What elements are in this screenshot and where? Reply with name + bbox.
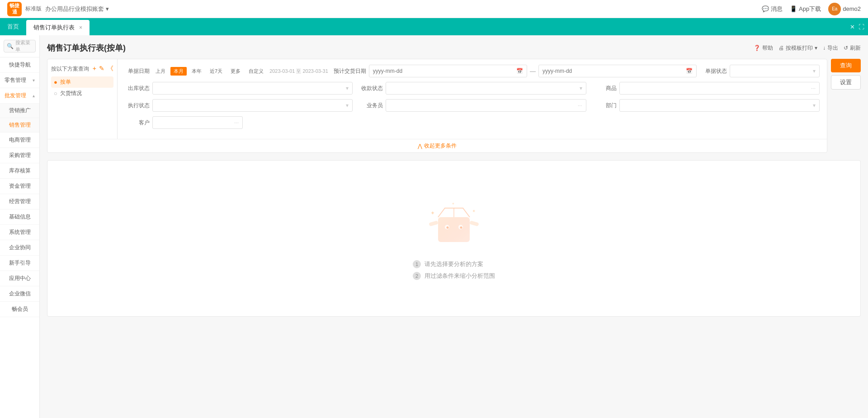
customer-select[interactable]: ··· <box>152 116 243 129</box>
scheme-item-shortage[interactable]: ○ 欠货情况 <box>51 88 113 99</box>
expected-date-end[interactable]: 📅 <box>538 65 697 77</box>
scheme-header: 按以下方案查询 + ✎ 《 <box>51 65 113 73</box>
sidebar-item-purchase[interactable]: 采购管理 <box>0 148 39 163</box>
tab-close-window-icon[interactable]: ✕ <box>850 24 855 30</box>
expected-date-start[interactable]: 📅 <box>369 65 527 77</box>
app-download-btn[interactable]: 📱 App下载 <box>790 5 821 13</box>
sidebar-item-marketing[interactable]: 营销推广 <box>0 104 39 118</box>
date-tag-last-month[interactable]: 上月 <box>152 67 169 76</box>
sidebar-item-wholesale[interactable]: 批发管理 ▴ <box>0 88 39 104</box>
app-name: 标准版 <box>25 5 42 13</box>
sidebar-item-inventory[interactable]: 库存核算 <box>0 163 39 179</box>
department-select[interactable]: ▾ <box>619 99 820 112</box>
sidebar-item-system[interactable]: 系统管理 <box>0 225 39 240</box>
sidebar-item-sales-management[interactable]: 销售管理 <box>0 118 39 133</box>
header-right: 💬 消息 📱 App下载 Ea demo2 <box>762 3 861 15</box>
page-title-bar: 销售订单执行表(按单) ❓ 帮助 🖨 按模板打印 ▾ ↓ 导出 ↺ 刷新 <box>47 43 861 53</box>
filter-execution-status: 执行状态 ▾ <box>125 99 353 112</box>
filter-fields-area: 单据日期 上月 本月 本年 近7天 更多 自定义 2023-03-01 至 20… <box>118 59 827 139</box>
svg-text:✦: ✦ <box>472 209 476 214</box>
date-range-text: 2023-03-01 至 2023-03-31 <box>269 68 328 75</box>
date-tag-last-7days[interactable]: 近7天 <box>207 67 226 76</box>
page-title: 销售订单执行表(按单) <box>47 43 126 53</box>
filter-department: 部门 ▾ <box>592 99 820 112</box>
message-btn[interactable]: 💬 消息 <box>762 5 783 13</box>
delivery-status-select[interactable]: ▾ <box>152 82 353 95</box>
sidebar-item-onboarding[interactable]: 新手引导 <box>0 256 39 271</box>
sidebar-search-box[interactable]: 🔍 搜索菜单 <box>4 40 36 52</box>
sidebar-item-retail[interactable]: 零售管理 ▾ <box>0 73 39 88</box>
chevron-down-icon: ▾ <box>815 45 817 51</box>
date-tag-more[interactable]: 更多 <box>227 67 244 76</box>
expected-date-end-input[interactable] <box>542 68 686 74</box>
search-icon: 🔍 <box>7 43 14 49</box>
sidebar-item-members[interactable]: 畅会员 <box>0 302 39 317</box>
sidebar-item-app-center[interactable]: 应用中心 <box>0 271 39 286</box>
search-action-area: 查询 设置 <box>831 59 861 90</box>
filter-delivery-status: 出库状态 ▾ <box>125 82 353 95</box>
add-scheme-btn[interactable]: + <box>93 65 96 73</box>
delivery-status-label: 出库状态 <box>125 85 150 92</box>
help-btn[interactable]: ❓ 帮助 <box>754 44 773 52</box>
date-separator: — <box>530 68 536 75</box>
sidebar-item-ecommerce[interactable]: 电商管理 <box>0 133 39 148</box>
expected-date-start-input[interactable] <box>373 68 516 74</box>
filter-row-4: 客户 ··· <box>125 116 820 129</box>
edit-scheme-btn[interactable]: ✎ <box>99 65 104 73</box>
top-header: 畅捷通 标准版 办公用品行业模拟账套 ▾ 💬 消息 📱 App下载 Ea dem… <box>0 0 868 18</box>
chevron-down-icon3: ▾ <box>580 85 582 91</box>
sidebar-item-enterprise-collab[interactable]: 企业协同 <box>0 240 39 256</box>
date-tag-this-year[interactable]: 本年 <box>189 67 205 76</box>
sidebar-item-quick-nav[interactable]: 快捷导航 <box>0 57 39 73</box>
svg-rect-0 <box>438 217 470 242</box>
svg-text:✦: ✦ <box>430 210 435 216</box>
tab-active[interactable]: 销售订单执行表 × <box>26 20 90 35</box>
empty-tips: 1 请先选择要分析的方案 2 用过滤条件来缩小分析范围 <box>413 260 495 280</box>
breadcrumb[interactable]: 办公用品行业模拟账套 ▾ <box>45 5 109 13</box>
sidebar-item-enterprise-wechat[interactable]: 企业微信 <box>0 286 39 302</box>
empty-state: ✦ ✦ ✦ 1 请先选择要分析的方案 2 用过滤条件来缩小分析范围 <box>47 160 861 317</box>
sidebar-item-finance[interactable]: 资金管理 <box>0 179 39 194</box>
chevron-down-icon4: ▾ <box>346 102 349 109</box>
scheme-actions: + ✎ 《 <box>93 65 113 73</box>
filter-status-field: 单据状态 ▾ <box>702 65 820 77</box>
page-actions: ❓ 帮助 🖨 按模板打印 ▾ ↓ 导出 ↺ 刷新 <box>754 44 861 52</box>
print-icon: 🖨 <box>778 45 784 51</box>
date-tag-this-month[interactable]: 本月 <box>170 67 187 76</box>
execution-status-label: 执行状态 <box>125 102 150 109</box>
sidebar-item-basic-info[interactable]: 基础信息 <box>0 209 39 225</box>
template-print-btn[interactable]: 🖨 按模板打印 ▾ <box>778 44 817 52</box>
date-tag-group: 上月 本月 本年 近7天 更多 自定义 <box>152 67 267 76</box>
export-btn[interactable]: ↓ 导出 <box>823 44 838 52</box>
sidebar-item-operations[interactable]: 经营管理 <box>0 194 39 209</box>
tab-close-icon[interactable]: × <box>79 24 82 31</box>
salesperson-select[interactable]: ··· <box>386 99 586 112</box>
tip-number-1: 1 <box>413 260 421 268</box>
sidebar: 🔍 搜索菜单 快捷导航 零售管理 ▾ 批发管理 ▴ 营销推广 销售管理 电商管理 <box>0 35 40 418</box>
status-select[interactable]: ▾ <box>730 65 820 77</box>
tab-bar-left: 首页 销售订单执行表 × <box>0 18 90 35</box>
filter-customer: 客户 ··· <box>125 116 243 129</box>
date-tag-custom[interactable]: 自定义 <box>245 67 267 76</box>
collection-status-select[interactable]: ▾ <box>386 82 586 95</box>
refresh-btn[interactable]: ↺ 刷新 <box>844 44 861 52</box>
empty-tip-2: 2 用过滤条件来缩小分析范围 <box>413 272 495 280</box>
tab-expand-icon[interactable]: ⛶ <box>859 24 864 30</box>
svg-text:✦: ✦ <box>452 202 455 206</box>
execution-status-select[interactable]: ▾ <box>152 99 353 112</box>
collapse-scheme-btn[interactable]: 《 <box>107 65 113 73</box>
user-avatar-btn[interactable]: Ea demo2 <box>828 3 861 15</box>
goods-select[interactable]: ··· <box>619 82 820 95</box>
settings-button[interactable]: 设置 <box>831 75 861 90</box>
chevron-down-icon2: ▾ <box>346 85 349 91</box>
status-label: 单据状态 <box>702 67 727 75</box>
svg-point-4 <box>447 227 449 229</box>
query-button[interactable]: 查询 <box>831 59 861 72</box>
collapse-bar[interactable]: ⋀ 收起更多条件 <box>47 139 827 152</box>
app-logo: 畅捷通 <box>7 2 22 16</box>
main-layout: 🔍 搜索菜单 快捷导航 零售管理 ▾ 批发管理 ▴ 营销推广 销售管理 电商管理 <box>0 35 868 418</box>
scheme-item-by-order[interactable]: ● 按单 <box>51 76 113 88</box>
sidebar-search-area: 🔍 搜索菜单 <box>0 35 39 57</box>
header-left: 畅捷通 标准版 办公用品行业模拟账套 ▾ <box>7 2 109 16</box>
tab-home[interactable]: 首页 <box>0 18 26 35</box>
